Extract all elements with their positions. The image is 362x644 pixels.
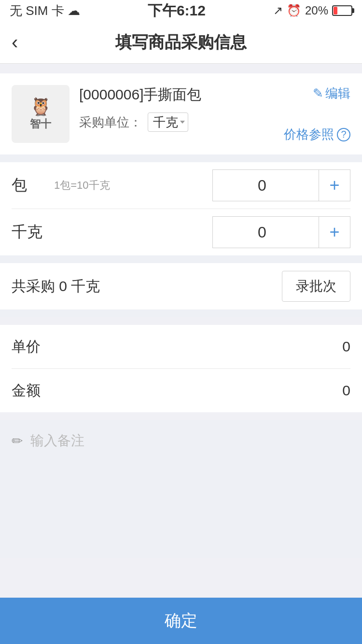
status-right: ↗ ⏰ 20% <box>273 4 352 17</box>
status-bar: 无 SIM 卡 ☁ 下午6:12 ↗ ⏰ 20% <box>0 0 362 21</box>
price-section: 单价 0 金额 0 <box>0 325 362 412</box>
kg-input-row: 千克 + <box>0 209 362 255</box>
notes-icon: ✏ <box>12 433 23 449</box>
product-image: 🦉 智十 <box>12 85 70 143</box>
product-actions: ✎ 编辑 <box>313 85 350 102</box>
amount-label: 金额 <box>12 381 41 401</box>
divider-1 <box>0 154 362 162</box>
page-title: 填写商品采购信息 <box>115 31 247 54</box>
bag-label: 包 <box>12 175 50 196</box>
status-time: 下午6:12 <box>148 1 206 21</box>
divider-4 <box>0 309 362 317</box>
divider-3 <box>0 255 362 263</box>
unit-label: 采购单位： <box>79 114 142 131</box>
help-icon: ? <box>337 128 350 141</box>
edit-button[interactable]: ✎ 编辑 <box>313 85 350 102</box>
input-section: 包 1包=10千克 + 千克 + <box>0 162 362 255</box>
amount-row: 金额 0 <box>0 369 362 412</box>
battery-icon <box>332 5 352 16</box>
batch-button[interactable]: 录批次 <box>282 271 350 302</box>
price-ref-label: 价格参照 <box>284 126 334 143</box>
nav-bar: ‹ 填写商品采购信息 <box>0 21 362 64</box>
edit-icon: ✎ <box>313 86 323 101</box>
alarm-icon: ⏰ <box>287 4 301 17</box>
bag-quantity-input[interactable] <box>212 169 319 201</box>
logo-text: 智十 <box>30 117 51 131</box>
location-icon: ↗ <box>273 4 283 17</box>
unit-price-row: 单价 0 <box>0 325 362 368</box>
back-button[interactable]: ‹ <box>12 31 18 53</box>
bag-sublabel: 1包=10千克 <box>54 178 110 193</box>
kg-plus-button[interactable]: + <box>319 216 350 248</box>
notes-placeholder: 输入备注 <box>30 432 84 450</box>
unit-select[interactable]: 千克 包 <box>148 112 188 132</box>
product-card: 🦉 智十 [0000006]手撕面包 采购单位： 千克 包 ✎ 编辑 价格参照 … <box>0 73 362 154</box>
product-info: [0000006]手撕面包 采购单位： 千克 包 <box>79 85 350 132</box>
product-logo: 🦉 智十 <box>30 97 52 131</box>
bag-input-row: 包 1包=10千克 + <box>0 162 362 209</box>
total-label: 共采购 0 千克 <box>12 277 100 296</box>
status-left: 无 SIM 卡 ☁ <box>10 2 80 19</box>
kg-quantity-input[interactable] <box>212 216 319 248</box>
edit-label: 编辑 <box>325 85 350 102</box>
unit-price-value: 0 <box>342 338 350 355</box>
price-ref-button[interactable]: 价格参照 ? <box>284 126 350 143</box>
total-row: 共采购 0 千克 录批次 <box>0 263 362 309</box>
notes-section[interactable]: ✏ 输入备注 <box>0 420 362 462</box>
unit-price-label: 单价 <box>12 337 41 357</box>
sim-status: 无 SIM 卡 ☁ <box>10 2 80 19</box>
kg-label: 千克 <box>12 222 50 243</box>
content-spacer <box>0 462 362 558</box>
logo-icon: 🦉 <box>30 97 52 117</box>
battery-text: 20% <box>305 4 328 17</box>
bag-plus-button[interactable]: + <box>319 169 350 201</box>
product-name: [0000006]手撕面包 <box>79 85 350 105</box>
amount-value: 0 <box>342 382 350 399</box>
confirm-button[interactable]: 确定 <box>0 598 362 644</box>
